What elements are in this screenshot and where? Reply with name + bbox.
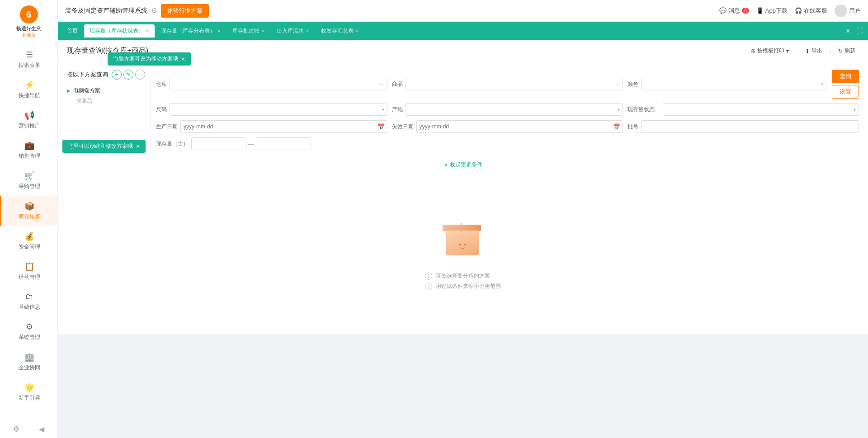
sidebar-item-label: 基础信息 (19, 303, 40, 311)
scheme-list: ▶ 电脑端方案 按照品 (67, 85, 146, 106)
scheme-desktop[interactable]: ▶ 电脑端方案 (67, 85, 146, 96)
color-label: 颜色 (627, 80, 638, 88)
batch-no-input[interactable] (641, 120, 859, 133)
tooltip-create-scheme: 这里可以创建和修改方案哦 ✕ (62, 140, 146, 153)
print-dropdown-icon: ▾ (786, 48, 789, 54)
close-all-tabs-icon[interactable]: ✕ (844, 25, 853, 36)
sidebar-item-label: 资金管理 (19, 243, 40, 251)
add-scheme-btn[interactable]: + (112, 70, 122, 80)
tab-close-icon[interactable]: ✕ (261, 28, 265, 33)
warehouse-input[interactable]: ··· (170, 78, 387, 90)
stock-qty-max[interactable] (257, 137, 311, 150)
system-name: 装备及固定资产辅助管理系统 (65, 7, 147, 15)
origin-arrow-icon: ▾ (618, 107, 620, 112)
sidebar-item-guide[interactable]: 🌟 新手引导 (0, 377, 57, 407)
page-content: 现存量查询(按仓库+商品) 🖨 按模板打印 ▾ | ⬆ 导出 | ↻ 刷新 (58, 40, 868, 438)
warehouse-dots: ··· (380, 81, 384, 87)
enterprise-icon: 🏢 (24, 352, 34, 362)
sidebar-nav: ☰ 搜索菜单 ⚡ 快捷导航 📢 营销推广 💼 销售管理 🛒 采购管理 📦 库存核… (0, 44, 57, 420)
filter-header: 按以下方案查询 + ✎ ← (67, 70, 146, 80)
app-icon: 📱 (756, 7, 764, 14)
sidebar-item-enterprise[interactable]: 🏢 企业协同 (0, 347, 57, 377)
edit-scheme-btn[interactable]: ✎ (123, 70, 133, 80)
sidebar-item-purchase[interactable]: 🛒 采购管理 (0, 165, 57, 196)
user-menu[interactable]: 用户 (835, 5, 861, 17)
empty-illustration (438, 218, 488, 263)
export-btn[interactable]: ⬆ 导出 (802, 45, 826, 57)
scheme-desktop-child[interactable]: 按照品 (67, 96, 146, 106)
collapse-btn[interactable]: ∧ 收起更多条件 (444, 161, 482, 169)
tab-home[interactable]: 首页 (61, 24, 83, 38)
origin-select[interactable]: ▾ (406, 103, 623, 116)
product-input[interactable]: ··· (406, 78, 623, 90)
logo-icon: 6 (20, 5, 38, 24)
sidebar-item-search-menu[interactable]: ☰ 搜索菜单 (0, 44, 57, 75)
topbar-left: 装备及固定资产辅助管理系统 ⚙ 体验行业方案 (65, 4, 209, 18)
maximize-icon[interactable]: ⛶ (854, 25, 864, 36)
batch-no-label: 批号 (627, 123, 638, 131)
tab-label: 收发存汇总表 (321, 27, 354, 35)
notifications-btn[interactable]: 💬 消息 8 (719, 7, 749, 15)
expiry-date-start[interactable] (416, 120, 623, 133)
tooltip2-close[interactable]: ✕ (136, 143, 140, 150)
tab-label: 现存量（库存分布表） (161, 27, 215, 35)
filter-origin: 产地 ▾ (392, 103, 623, 116)
tooltip-text-1: 电脑方案可设为移动方案哦 (113, 55, 178, 63)
size-label: 尺码 (156, 106, 167, 113)
sidebar-item-quick-nav[interactable]: ⚡ 快捷导航 (0, 75, 57, 105)
refresh-btn[interactable]: ↻ 刷新 (835, 45, 859, 57)
online-support-btn[interactable]: 🎧 在线客服 (795, 7, 827, 15)
back-btn[interactable]: ← (135, 70, 145, 80)
size-select[interactable]: ▾ (170, 103, 387, 116)
stock-status-select[interactable]: ▾ (663, 103, 859, 116)
sidebar-item-inventory[interactable]: 📦 库存核算 (0, 196, 57, 226)
tab-inventory-dist[interactable]: 现存量（库存分布表） ✕ (156, 24, 226, 38)
box-handle (461, 223, 462, 232)
sidebar-item-finance[interactable]: 💰 资金管理 (0, 226, 57, 256)
filter-production-date: 生产日期 📅 (156, 120, 387, 133)
filter-size: 尺码 ▾ (156, 103, 387, 116)
stock-qty-min[interactable] (191, 137, 245, 150)
app-download-btn[interactable]: 📱 App下载 (756, 7, 788, 15)
sidebar-item-sales[interactable]: 💼 销售管理 (0, 135, 57, 165)
sidebar-item-system[interactable]: ⚙ 系统管理 (0, 316, 57, 347)
sidebar-item-marketing[interactable]: 📢 营销推广 (0, 105, 57, 135)
step1-circle: 1 (425, 273, 432, 280)
tab-batch-account[interactable]: 库存批次账 ✕ (227, 24, 270, 38)
sidebar-item-label: 搜索菜单 (19, 61, 40, 69)
tab-close-icon[interactable]: ✕ (146, 28, 149, 33)
print-btn[interactable]: 🖨 按模板打印 ▾ (746, 45, 793, 57)
filter-action-icons: + ✎ ← (112, 70, 145, 80)
color-select[interactable]: ▾ (641, 78, 826, 90)
reset-button[interactable]: 设置 (832, 85, 859, 99)
main-content: 装备及固定资产辅助管理系统 ⚙ 体验行业方案 💬 消息 8 📱 App下载 🎧 … (58, 0, 868, 438)
calendar-icon-start[interactable]: 📅 (377, 123, 385, 130)
tab-inventory-status[interactable]: 现存量（库存状况表） ✕ (84, 24, 155, 38)
tooltip1-close[interactable]: ✕ (181, 56, 185, 62)
collapse-up-icon: ∧ (444, 162, 448, 168)
settings-icon[interactable]: ⚙ (151, 6, 157, 15)
filter-label: 按以下方案查询 (67, 71, 108, 79)
tab-close-icon[interactable]: ✕ (306, 28, 309, 33)
tab-receive-send[interactable]: 收发存汇总表 ✕ (316, 24, 364, 38)
sidebar-item-operations[interactable]: 📋 经营管理 (0, 256, 57, 287)
industry-plan-button[interactable]: 体验行业方案 (161, 4, 209, 18)
stock-status-arrow-icon: ▾ (854, 107, 856, 112)
quick-nav-icon: ⚡ (24, 80, 34, 90)
sidebar-collapse-btn[interactable]: ◀ (39, 425, 44, 433)
step1-text: 请先选择要分析的方案 (436, 272, 490, 280)
tab-home-label: 首页 (67, 27, 78, 35)
tooltip-desktop-scheme: 电脑方案可设为移动方案哦 ✕ (108, 52, 191, 66)
production-date-start[interactable] (180, 120, 387, 133)
tab-inout-flow[interactable]: 出入库流水 ✕ (271, 24, 315, 38)
sidebar-item-label: 经营管理 (19, 273, 40, 281)
search-button[interactable]: 查询 (832, 70, 859, 83)
sidebar-item-label: 采购管理 (19, 183, 40, 190)
logo[interactable]: 6 畅通好生意 标准版 (0, 0, 57, 44)
sidebar-settings-btn[interactable]: ⚙ (13, 425, 19, 433)
search-reset-group: 查询 设置 (832, 70, 859, 99)
tab-close-icon[interactable]: ✕ (355, 28, 359, 33)
tab-close-icon[interactable]: ✕ (217, 28, 221, 33)
sidebar-item-basic-info[interactable]: 🗂 基础信息 (0, 287, 57, 316)
calendar-icon-expiry[interactable]: 📅 (613, 123, 620, 130)
